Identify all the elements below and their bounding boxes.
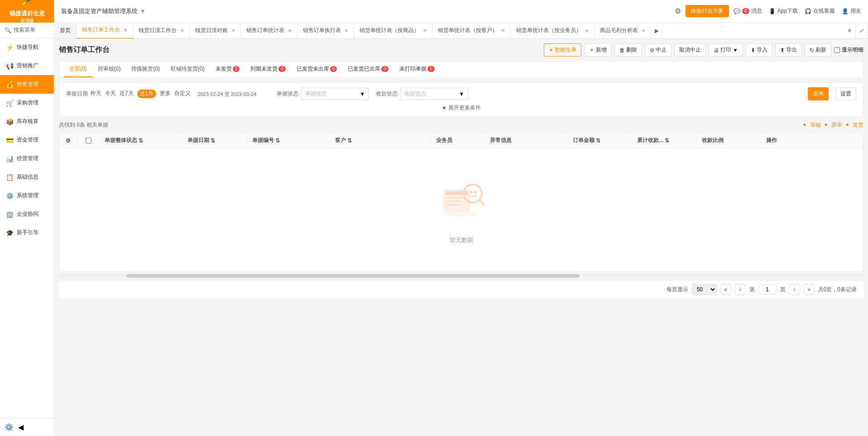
column-settings-icon[interactable]: ⚙: [66, 137, 71, 144]
custom-date-btn[interactable]: 自定义: [174, 90, 191, 98]
status-select[interactable]: 单据状态 ▼: [301, 88, 369, 100]
tab-product-margin[interactable]: 商品毛利分析表 ✕: [595, 23, 651, 39]
page-number-input[interactable]: [758, 284, 777, 294]
sidebar-item-marketing[interactable]: 📢 营销推广: [0, 57, 54, 75]
first-page-btn[interactable]: «: [720, 284, 731, 295]
tab-by-staff-close[interactable]: ✕: [585, 28, 589, 33]
sidebar-item-system[interactable]: ⚙️ 系统管理: [0, 186, 54, 205]
app-label: App下载: [777, 7, 798, 15]
tab-cash-daily[interactable]: 钱货日清工作台 ✕: [133, 23, 190, 39]
settings-icon[interactable]: ⚙️: [5, 423, 14, 431]
sidebar-item-base-info[interactable]: 📋 基础信息: [0, 168, 54, 186]
sidebar-item-finance[interactable]: 💳 资金管理: [0, 131, 54, 149]
tab-cash-daily-close[interactable]: ✕: [180, 28, 184, 33]
sidebar-item-guide[interactable]: 🎓 新手引导: [0, 223, 54, 242]
last-month-btn[interactable]: 近1月: [137, 90, 157, 98]
per-page-select[interactable]: 50 10 20 100: [692, 284, 717, 295]
ai-generate-btn[interactable]: ✦ 智能生单: [544, 43, 581, 57]
tab-sales-by-staff[interactable]: 销货单统计表（按业务员） ✕: [511, 23, 595, 39]
delete-btn[interactable]: 🗑 删除: [614, 43, 642, 57]
tab-sales-exec-close[interactable]: ✕: [345, 28, 348, 33]
today-btn[interactable]: 今天: [105, 90, 116, 98]
tab-sales-exec[interactable]: 销售订单执行表 ✕: [297, 23, 354, 39]
tab-cash-reconcile[interactable]: 钱货日清对账 ✕: [190, 23, 241, 39]
refresh-btn[interactable]: ↻ 刷新: [805, 43, 831, 57]
filter-tab-shipped-out[interactable]: 已发货已出库0: [342, 62, 394, 77]
dropdown-icon[interactable]: ▼: [140, 8, 146, 14]
tab-sales-by-customer[interactable]: 销货单统计表（按客户） ✕: [432, 23, 511, 39]
tab-close-all-btn[interactable]: ✕: [844, 23, 856, 39]
ship-action-btn[interactable]: 发货: [853, 121, 863, 129]
settings-gear-icon[interactable]: ⚙: [675, 7, 681, 15]
scrollbar-thumb[interactable]: [127, 274, 580, 278]
filter-tab-pending-review[interactable]: 待审核(0): [92, 62, 126, 77]
tab-sales-stats[interactable]: 销售订单统计表 ✕: [241, 23, 297, 39]
tab-by-customer-close[interactable]: ✕: [501, 28, 505, 33]
tab-cash-reconcile-close[interactable]: ✕: [231, 28, 235, 33]
tab-maximize-btn[interactable]: ⤢: [856, 23, 868, 39]
sort-customer-icon[interactable]: ⇅: [347, 137, 352, 144]
collapse-icon[interactable]: ◀: [18, 423, 24, 431]
tab-margin-close[interactable]: ✕: [642, 28, 645, 33]
sidebar-item-purchase[interactable]: 🛒 采购管理: [0, 94, 54, 112]
tab-sales-order[interactable]: 销售订单工作台 ✕: [77, 23, 133, 39]
tab-home[interactable]: 首页: [54, 23, 77, 39]
select-all-checkbox[interactable]: [86, 137, 91, 143]
sidebar-item-inventory[interactable]: 📦 库存核算: [0, 112, 54, 131]
industry-btn[interactable]: 体验行业方案: [686, 5, 729, 17]
filter-tab-shipped-not-out[interactable]: 已发货未出库0: [291, 62, 343, 77]
expand-conditions-btn[interactable]: ▼ 展开更多条件: [441, 104, 481, 112]
sidebar-item-quick-nav[interactable]: ⚡ 快捷导航: [0, 38, 54, 57]
filter-tab-wangpu[interactable]: 旺铺待发货(0): [165, 62, 210, 77]
prev-page-btn[interactable]: ‹: [735, 284, 746, 295]
next-page-btn[interactable]: ›: [789, 284, 800, 295]
sort-date-icon[interactable]: ⇅: [211, 137, 215, 144]
sort-status-icon[interactable]: ⇅: [139, 137, 143, 144]
more-date-btn[interactable]: 更多: [160, 90, 171, 98]
sort-collected-icon[interactable]: ⇅: [665, 137, 669, 144]
review-action-btn[interactable]: 审核: [810, 121, 821, 129]
add-btn[interactable]: ＋ 新增: [584, 43, 612, 57]
query-btn[interactable]: 查询: [808, 87, 829, 100]
sort-amount-icon[interactable]: ⇅: [596, 137, 600, 144]
print-btn[interactable]: 🖨 打印 ▼: [709, 43, 743, 57]
show-detail-input[interactable]: [834, 47, 840, 53]
tab-sales-order-close[interactable]: ✕: [124, 28, 127, 33]
tab-overflow-btn[interactable]: ▶: [651, 23, 663, 39]
filter-tab-not-shipped[interactable]: 未发货0: [210, 62, 245, 77]
import-btn[interactable]: ⬇ 导入: [746, 43, 772, 57]
settings-btn[interactable]: 设置: [835, 87, 856, 100]
message-btn[interactable]: 💬 6 消息: [734, 7, 762, 15]
unreview-action-btn[interactable]: 弃审: [831, 121, 842, 129]
sidebar-item-enterprise[interactable]: 🏢 企业协同: [0, 205, 54, 223]
last7-btn[interactable]: 近7天: [120, 90, 134, 98]
headset-icon: 🎧: [805, 8, 811, 14]
th-settings[interactable]: ⚙: [59, 133, 77, 148]
total-pages-text: 共0页，0条记录: [818, 286, 857, 294]
show-detail-checkbox[interactable]: 显示明细: [834, 46, 863, 54]
filter-tab-all[interactable]: 全部(0): [64, 62, 92, 77]
tab-sales-stats-close[interactable]: ✕: [288, 28, 292, 33]
sidebar-item-search[interactable]: 🔍 搜索菜单: [0, 23, 54, 38]
tab-sales-by-product[interactable]: 销货单统计表（按商品） ✕: [354, 23, 432, 39]
user-btn[interactable]: 👤 用友: [842, 7, 861, 15]
payment-select[interactable]: 收款状态 ▼: [400, 88, 468, 100]
online-service-btn[interactable]: 🎧 在线客服: [805, 7, 835, 15]
filter-tab-expired[interactable]: 到期未发货0: [245, 62, 291, 77]
last-page-btn[interactable]: »: [804, 284, 815, 295]
export-btn[interactable]: ⬆ 导出: [775, 43, 802, 57]
th-checkbox[interactable]: [77, 133, 100, 148]
stop-btn[interactable]: ⊘ 中止: [645, 43, 671, 57]
filter-tabs: 全部(0) 待审核(0) 待拣验货(0) 旺铺待发货(0) 未发货0 到期未发货…: [59, 61, 863, 78]
filter-tab-not-printed[interactable]: 未打印单据0: [394, 62, 440, 77]
sidebar-item-operations[interactable]: 📊 经营管理: [0, 149, 54, 168]
sidebar-item-sales[interactable]: 💰 销售管理: [0, 75, 54, 94]
filter-tab-pending-inspect[interactable]: 待拣验货(0): [126, 62, 165, 77]
sort-number-icon[interactable]: ⇅: [275, 137, 280, 144]
purchase-label: 采购管理: [17, 99, 38, 107]
tab-by-product-close[interactable]: ✕: [423, 28, 427, 33]
app-download-btn[interactable]: 📱 App下载: [769, 7, 798, 15]
horizontal-scrollbar[interactable]: [59, 274, 863, 278]
yesterday-btn[interactable]: 昨天: [91, 90, 101, 98]
cancel-stop-btn[interactable]: 取消中止: [674, 43, 706, 57]
